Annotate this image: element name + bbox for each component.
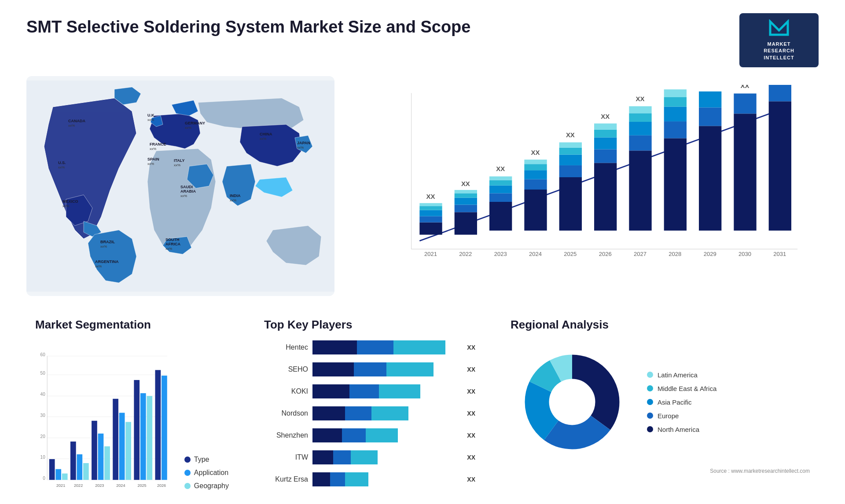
bar-seg-dark [312, 450, 333, 464]
player-name-koki: KOKI [264, 387, 308, 395]
bar-seg-dark [312, 406, 345, 420]
player-name-seho: SEHO [264, 365, 308, 373]
bar-seg-light [351, 450, 377, 464]
svg-text:30: 30 [40, 413, 46, 418]
svg-text:2025: 2025 [564, 251, 577, 257]
svg-rect-123 [55, 469, 61, 480]
players-chart: Hentec XX SEHO XX [264, 340, 475, 486]
legend-dot-application [184, 470, 191, 476]
svg-text:XX: XX [531, 149, 540, 156]
label-europe: Europe [658, 412, 679, 420]
label-latin-america: Latin America [658, 371, 698, 379]
svg-rect-70 [559, 142, 582, 148]
bar-seg-light [366, 428, 398, 442]
legend-label-geography: Geography [194, 482, 229, 490]
svg-text:ITALY: ITALY [174, 158, 185, 163]
bar-seg-mid [333, 450, 351, 464]
svg-rect-63 [524, 160, 547, 164]
svg-text:U.S.: U.S. [58, 161, 66, 165]
svg-rect-126 [70, 442, 76, 480]
svg-text:xx%: xx% [165, 247, 172, 251]
svg-marker-0 [770, 22, 788, 35]
svg-rect-139 [140, 393, 146, 480]
svg-rect-60 [524, 179, 547, 190]
player-label-shenzhen: XX [467, 432, 475, 439]
seg-legend: Type Application Geography [184, 456, 229, 504]
svg-rect-56 [489, 176, 512, 180]
svg-text:BRAZIL: BRAZIL [100, 240, 115, 244]
svg-text:XX: XX [496, 165, 505, 172]
logo-box: MARKETRESEARCHINTELLECT [739, 13, 819, 67]
svg-text:xx%: xx% [185, 126, 191, 130]
svg-rect-55 [489, 180, 512, 186]
svg-rect-42 [419, 203, 442, 206]
player-row-shenzhen: Shenzhen XX [264, 428, 475, 442]
bar-seg-mid [357, 340, 394, 354]
svg-text:2024: 2024 [116, 483, 125, 488]
svg-text:AFRICA: AFRICA [165, 242, 180, 246]
svg-rect-132 [104, 446, 110, 480]
svg-text:MEXICO: MEXICO [62, 199, 78, 204]
svg-text:xx%: xx% [180, 194, 187, 198]
player-label-nordson: XX [467, 410, 475, 417]
svg-rect-62 [524, 164, 547, 170]
svg-text:2024: 2024 [529, 251, 542, 257]
seg-chart-area: 0 10 20 30 40 50 60 [35, 340, 229, 504]
svg-text:CANADA: CANADA [68, 119, 85, 123]
svg-rect-90 [664, 97, 687, 106]
svg-text:xx%: xx% [147, 162, 154, 166]
svg-rect-130 [92, 421, 97, 480]
bar-seg-dark [312, 362, 354, 376]
svg-rect-49 [455, 190, 477, 193]
dot-north-america [647, 426, 653, 432]
svg-text:xx%: xx% [68, 124, 75, 128]
player-label-kurtz: XX [467, 476, 475, 483]
svg-text:xx%: xx% [174, 163, 180, 167]
svg-rect-103 [769, 102, 791, 231]
svg-text:XX: XX [601, 113, 610, 120]
player-row-nordson: Nordson XX [264, 406, 475, 420]
svg-text:40: 40 [40, 392, 46, 397]
legend-application: Application [184, 469, 229, 477]
svg-text:2030: 2030 [738, 251, 751, 257]
svg-text:60: 60 [40, 352, 46, 357]
donut-chart [511, 340, 634, 464]
player-bar-nordson [312, 406, 460, 420]
svg-rect-67 [559, 165, 582, 177]
svg-rect-135 [119, 413, 125, 480]
svg-text:2026: 2026 [157, 483, 166, 488]
svg-rect-66 [559, 177, 582, 230]
svg-rect-53 [489, 194, 512, 202]
page-container: SMT Selective Soldering System Market Si… [0, 0, 845, 504]
svg-rect-138 [134, 380, 140, 480]
svg-rect-140 [147, 396, 152, 480]
bar-seg-mid [354, 362, 386, 376]
svg-rect-83 [629, 113, 651, 122]
label-north-america: North America [658, 426, 699, 433]
bar-seg-light [379, 384, 420, 398]
svg-rect-142 [155, 370, 161, 480]
svg-rect-99 [734, 114, 756, 231]
label-middle-east-africa: Middle East & Africa [658, 385, 716, 392]
svg-rect-91 [664, 89, 687, 97]
bar-seg-mid [345, 406, 371, 420]
map-container: CANADA xx% U.S. xx% MEXICO xx% BRAZIL xx… [26, 76, 334, 296]
svg-text:GERMANY: GERMANY [185, 121, 205, 125]
svg-rect-122 [49, 459, 55, 480]
key-players-title: Top Key Players [264, 318, 475, 332]
svg-text:ARABIA: ARABIA [180, 189, 196, 194]
market-seg-title: Market Segmentation [35, 318, 229, 332]
svg-rect-52 [489, 202, 512, 230]
svg-text:XX: XX [566, 131, 575, 139]
svg-text:JAPAN: JAPAN [297, 141, 310, 145]
bar-seg-light [345, 472, 369, 486]
svg-rect-128 [83, 463, 89, 480]
legend-label-type: Type [194, 456, 209, 464]
svg-rect-45 [455, 212, 477, 235]
svg-rect-77 [594, 124, 617, 130]
bar-seg-mid [342, 428, 366, 442]
svg-text:50: 50 [40, 371, 46, 376]
player-row-seho: SEHO XX [264, 362, 475, 376]
legend-type: Type [184, 456, 229, 464]
svg-text:SPAIN: SPAIN [147, 157, 159, 161]
